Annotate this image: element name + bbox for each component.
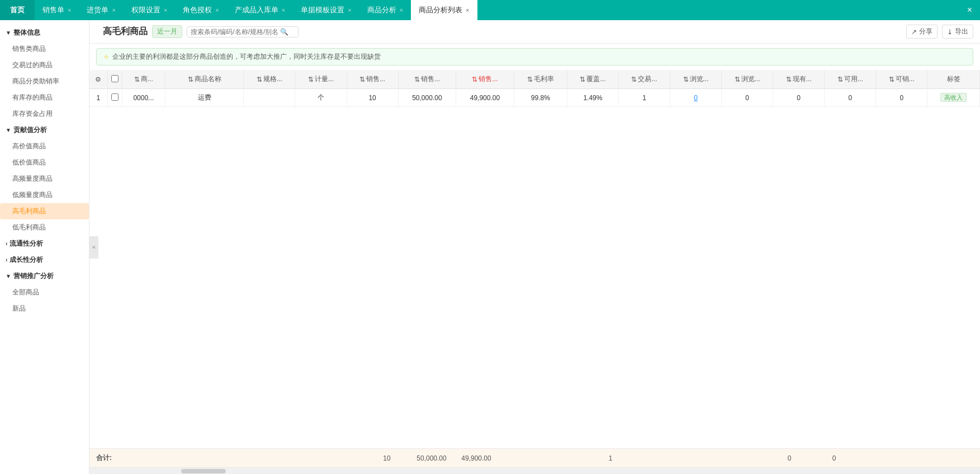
close-goods-analysis-tab[interactable]: × [400,7,403,13]
sort-name-icon: ⇅ [188,76,193,83]
nav-home[interactable]: 首页 [0,0,35,20]
share-button[interactable]: ↗ 分享 [906,25,938,39]
nav-template[interactable]: 单据模板设置 × [293,0,359,20]
sidebar-item-high-value[interactable]: 高价值商品 [0,138,89,154]
nav-goods-analysis[interactable]: 商品分析 × [359,0,411,20]
horizontal-scrollbar[interactable] [89,467,980,474]
table-footer: 合计: 10 50,000.00 49,900.00 1 0 0 [89,448,980,467]
th-sales-qty[interactable]: ⇅销售... [347,70,398,89]
footer-available: 0 [767,454,812,462]
sidebar-group-trend[interactable]: › 流通性分析 [0,236,89,252]
sort-available-icon: ⇅ [837,76,843,83]
table-container: ⚙ ⇅商... ⇅商品名称 ⇅规格... [89,70,980,448]
share-icon: ↗ [911,28,917,36]
close-goods-analysis-list-tab[interactable]: × [466,7,469,13]
search-box: 🔍 [187,26,299,37]
sort-sales-profit-icon: ⇅ [472,76,477,83]
tag-badge: 高收入 [940,93,967,102]
sort-current-stock-icon: ⇅ [786,76,792,83]
row-tag: 高收入 [927,89,980,107]
th-available[interactable]: ⇅可用... [825,70,876,89]
sort-code-icon: ⇅ [134,76,140,83]
row-sales-profit: 49,900.00 [456,89,514,107]
row-sales-amount: 50,000.00 [398,89,456,107]
nav-goods-analysis-list[interactable]: 商品分析列表 × [411,0,477,20]
row-unit: 个 [295,89,347,107]
sidebar-item-new-goods[interactable]: 新品 [0,301,89,317]
row-browse1[interactable]: 0 [670,89,722,107]
search-icon[interactable]: 🔍 [280,28,288,36]
row-trade-count: 1 [618,89,670,107]
sidebar-group-overall[interactable]: ▼ 整体信息 [0,25,89,41]
th-coverage[interactable]: ⇅覆盖... [567,70,618,89]
search-input[interactable] [191,28,280,36]
sidebar-group-marketing[interactable]: ▼ 营销推广分析 [0,268,89,284]
sidebar-item-goods-contrib[interactable]: 商品分类助销率 [0,73,89,90]
sidebar-item-low-value[interactable]: 低价值商品 [0,154,89,171]
sort-saleable-icon: ⇅ [889,76,894,83]
th-saleable[interactable]: ⇅可销... [876,70,927,89]
window-close-button[interactable]: × [959,0,980,20]
th-browse1[interactable]: ⇅浏览... [670,70,722,89]
scroll-thumb[interactable] [181,469,226,473]
expand-financial-icon: ▼ [6,127,11,133]
info-banner: ✧ 企业的主要的利润都是这部分商品创造的，可考虑加大推广，同时关注库存是不要出现… [96,48,973,65]
th-sales-amount[interactable]: ⇅销售... [398,70,456,89]
row-saleable: 0 [876,89,927,107]
nav-sales[interactable]: 销售单 × [35,0,79,20]
sidebar-item-stocked-goods[interactable]: 有库存的商品 [0,90,89,106]
th-margin-rate[interactable]: ⇅毛利率 [514,70,567,89]
sidebar-item-high-freq[interactable]: 高频量度商品 [0,171,89,187]
th-settings[interactable]: ⚙ [89,70,107,89]
nav-product-in[interactable]: 产成品入库单 × [227,0,293,20]
period-button[interactable]: 近一月 [152,25,182,38]
footer-sales-amount: 50,000.00 [409,454,454,462]
row-name[interactable]: 运费 [165,89,244,107]
th-code[interactable]: ⇅商... [122,70,165,89]
info-icon: ✧ [103,53,109,61]
close-product-in-tab[interactable]: × [282,7,285,13]
content-header: 高毛利商品 近一月 🔍 ↗ 分享 ⤓ 导出 [89,20,980,44]
th-current-stock[interactable]: ⇅现有... [773,70,825,89]
row-sales-qty: 10 [347,89,398,107]
th-sales-profit[interactable]: ⇅销售... [456,70,514,89]
row-checkbox[interactable] [111,93,119,101]
th-tag: 标签 [927,70,980,89]
sidebar-collapse-button[interactable]: « [89,236,98,259]
sidebar-item-high-margin[interactable]: 高毛利商品 [0,203,89,219]
page-title: 高毛利商品 [103,26,148,37]
sidebar-item-sales-goods[interactable]: 销售类商品 [0,41,89,57]
close-role-tab[interactable]: × [215,7,219,13]
th-name[interactable]: ⇅商品名称 [165,70,244,89]
close-permission-tab[interactable]: × [164,7,167,13]
row-spec [244,89,295,107]
row-coverage: 1.49% [567,89,618,107]
sidebar-group-growth[interactable]: › 成长性分析 [0,252,89,268]
nav-purchase[interactable]: 进货单 × [79,0,123,20]
sidebar-item-all-goods[interactable]: 全部商品 [0,284,89,301]
sidebar-item-low-margin[interactable]: 低毛利商品 [0,219,89,236]
th-unit[interactable]: ⇅计量... [295,70,347,89]
th-browse2[interactable]: ⇅浏览... [722,70,773,89]
close-sales-tab[interactable]: × [68,7,71,13]
th-trade-count[interactable]: ⇅交易... [618,70,670,89]
sidebar-group-financial[interactable]: ▼ 贡献值分析 [0,122,89,138]
footer-label: 合计: [96,453,141,463]
sidebar-item-traded-goods[interactable]: 交易过的商品 [0,57,89,73]
th-spec[interactable]: ⇅规格... [244,70,295,89]
nav-role[interactable]: 角色授权 × [175,0,226,20]
row-code: 0000... [122,89,165,107]
sort-unit-icon: ⇅ [308,76,314,83]
nav-permission[interactable]: 权限设置 × [124,0,175,20]
close-template-tab[interactable]: × [348,7,351,13]
select-all-checkbox[interactable] [111,75,119,82]
export-button[interactable]: ⤓ 导出 [942,25,973,39]
row-checkbox-cell [107,89,122,107]
top-navigation: 首页 销售单 × 进货单 × 权限设置 × 角色授权 × 产成品入库单 × 单据… [0,0,980,20]
footer-trade-count: 1 [588,454,633,462]
close-purchase-tab[interactable]: × [112,7,115,13]
sidebar-item-low-freq[interactable]: 低频量度商品 [0,187,89,203]
sort-sales-qty-icon: ⇅ [359,76,365,83]
sort-trade-count-icon: ⇅ [631,76,637,83]
sidebar-item-capital-occupy[interactable]: 库存资金占用 [0,106,89,122]
